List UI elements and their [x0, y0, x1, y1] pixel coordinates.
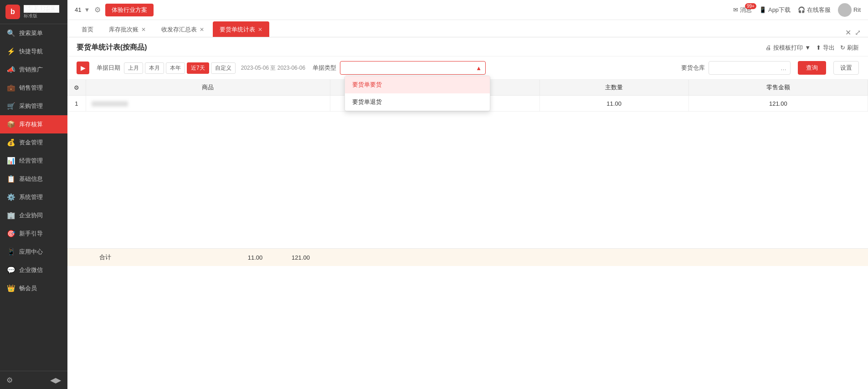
sidebar-member-label: 畅会员	[19, 284, 37, 292]
tab-expand-button[interactable]: ⤢	[855, 28, 861, 37]
sidebar-footer: ⚙ ◀▶	[0, 371, 67, 389]
store-number-label: 41	[75, 6, 81, 13]
online-service-label: 在线客服	[807, 6, 831, 14]
message-badge: 99+	[745, 3, 756, 9]
topbar-left: 41 ▼ ⚙ 体验行业方案	[75, 4, 154, 16]
tab-inventory-batch-close[interactable]: ✕	[141, 26, 146, 33]
export-icon: ⬆	[816, 44, 821, 51]
tabs-right-controls: ✕ ⤢	[845, 28, 861, 37]
tab-close-all-button[interactable]: ✕	[845, 28, 851, 37]
query-button[interactable]: 查询	[798, 61, 826, 75]
collapse-icon[interactable]: ◀▶	[50, 376, 61, 384]
dropdown-order-return-label: 要货单退货	[352, 98, 382, 105]
sidebar-basic-label: 基础信息	[19, 175, 43, 183]
filter-date-last-7-days[interactable]: 近7天	[187, 62, 209, 74]
sidebar-item-marketing[interactable]: 📣 营销推广	[0, 61, 67, 79]
settings-footer-icon[interactable]: ⚙	[6, 376, 13, 384]
tab-home[interactable]: 首页	[75, 21, 100, 37]
sidebar-system-label: 系统管理	[19, 193, 43, 201]
topbar-gear-icon[interactable]: ⚙	[94, 5, 101, 14]
sidebar-item-sales[interactable]: 💼 销售管理	[0, 79, 67, 97]
sidebar-item-quick-nav[interactable]: ⚡ 快捷导航	[0, 42, 67, 61]
dropdown-item-order-return[interactable]: 要货单退货	[345, 93, 490, 111]
topbar-store: 41 ▼	[75, 6, 90, 13]
filter-expand-button[interactable]: ▶	[77, 61, 89, 74]
print-chevron-icon: ▼	[805, 44, 811, 51]
member-icon: 👑	[6, 284, 15, 293]
sidebar-item-finance[interactable]: 💰 资金管理	[0, 133, 67, 152]
filter-date-group: 单据日期 上月 本月 本年 近7天 自定义 2023-05-06 至 2023-…	[97, 62, 305, 74]
dropdown-order-goods-label: 要货单要货	[352, 81, 382, 88]
tab-order-summary[interactable]: 要货单统计表 ✕	[213, 21, 269, 37]
filter-date-custom[interactable]: 自定义	[211, 62, 236, 74]
sidebar-item-system[interactable]: ⚙️ 系统管理	[0, 188, 67, 206]
sidebar-menu: 🔍 搜索菜单 ⚡ 快捷导航 📣 营销推广 💼 销售管理 🛒 采购管理 📦 库存核…	[0, 24, 67, 371]
filter-warehouse-select[interactable]: …	[709, 61, 791, 75]
dropdown-item-order-goods[interactable]: 要货单要货	[345, 76, 490, 93]
app-logo-icon: b	[5, 5, 20, 19]
filter-bar: ▶ 单据日期 上月 本月 本年 近7天 自定义 2023-05-06 至 202…	[67, 56, 868, 80]
search-icon: 🔍	[6, 29, 15, 38]
sidebar-item-inventory[interactable]: 📦 库存核算	[0, 115, 67, 133]
empty-space	[67, 112, 868, 248]
refresh-button[interactable]: ↻ 刷新	[840, 44, 859, 52]
tab-receivable-close[interactable]: ✕	[200, 26, 204, 33]
row-product	[86, 96, 330, 112]
total-amount: 121.00	[278, 254, 324, 261]
trial-industry-button[interactable]: 体验行业方案	[105, 4, 154, 16]
headset-icon: 🎧	[798, 6, 805, 13]
filter-warehouse-label: 要货仓库	[681, 64, 705, 72]
export-label: 导出	[823, 44, 835, 52]
filter-warehouse-more-icon: …	[781, 65, 786, 72]
sidebar-guide-label: 新手引导	[19, 230, 43, 238]
sidebar-sales-label: 销售管理	[19, 84, 43, 92]
appstore-icon: 📱	[6, 247, 15, 256]
enterprise-icon: 🏢	[6, 211, 15, 220]
col-header-settings[interactable]: ⚙	[67, 80, 86, 96]
sidebar-operations-label: 经营管理	[19, 157, 43, 165]
filter-date-this-year[interactable]: 本年	[166, 62, 185, 74]
sidebar-item-search[interactable]: 🔍 搜索菜单	[0, 24, 67, 42]
sidebar-item-operations[interactable]: 📊 经营管理	[0, 152, 67, 170]
filter-date-last-month[interactable]: 上月	[124, 62, 143, 74]
topbar-right: ✉ 消息 99+ 📱 App下载 🎧 在线客服 Rit	[733, 3, 861, 17]
sidebar-item-wechat[interactable]: 💬 企业微信	[0, 261, 67, 279]
sidebar-quick-nav-label: 快捷导航	[19, 47, 43, 56]
user-name: Rit	[853, 6, 861, 13]
page-container: 要货单统计表(按商品) 🖨 按模板打印 ▼ ⬆ 导出 ↻ 刷新	[67, 37, 868, 389]
filter-type-label: 单据类型	[313, 64, 336, 72]
tab-inventory-batch[interactable]: 库存批次账 ✕	[102, 21, 153, 37]
basic-icon: 📋	[6, 174, 15, 184]
app-logo-text: 畅捷通好生意 标准版	[24, 5, 59, 19]
sidebar-inventory-label: 库存核算	[19, 120, 43, 128]
sales-icon: 💼	[6, 83, 15, 92]
sidebar-item-member[interactable]: 👑 畅会员	[0, 279, 67, 297]
topbar-app-download[interactable]: 📱 App下载	[759, 6, 791, 14]
sidebar-item-basic[interactable]: 📋 基础信息	[0, 170, 67, 188]
purchase-icon: 🛒	[6, 102, 15, 111]
topbar-user[interactable]: Rit	[838, 3, 861, 17]
sidebar-enterprise-label: 企业协同	[19, 211, 43, 220]
filter-type-dropdown: 要货单要货 要货单退货	[344, 76, 490, 111]
sidebar-item-purchase[interactable]: 🛒 采购管理	[0, 97, 67, 115]
filter-settings-button[interactable]: 设置	[833, 61, 859, 75]
content-area: 要货单统计表(按商品) 🖨 按模板打印 ▼ ⬆ 导出 ↻ 刷新	[67, 37, 868, 389]
main-area: 41 ▼ ⚙ 体验行业方案 ✉ 消息 99+ 📱 App下载 🎧 在线客服 R	[67, 0, 868, 389]
topbar-messages[interactable]: ✉ 消息 99+	[733, 6, 752, 14]
store-dropdown-icon[interactable]: ▼	[84, 6, 90, 13]
sidebar-item-guide[interactable]: 🎯 新手引导	[0, 225, 67, 243]
row-qty: 11.00	[539, 96, 688, 112]
col-header-product: 商品	[86, 80, 330, 96]
filter-type-select[interactable]: ▲	[340, 61, 486, 75]
sidebar-item-enterprise[interactable]: 🏢 企业协同	[0, 206, 67, 225]
finance-icon: 💰	[6, 138, 15, 147]
sidebar-wechat-label: 企业微信	[19, 266, 43, 274]
print-template-button[interactable]: 🖨 按模板打印 ▼	[765, 44, 811, 52]
export-button[interactable]: ⬆ 导出	[816, 44, 835, 52]
topbar-online-service[interactable]: 🎧 在线客服	[798, 6, 831, 14]
sidebar-purchase-label: 采购管理	[19, 102, 43, 110]
tab-order-summary-close[interactable]: ✕	[258, 26, 262, 33]
tab-receivable-summary[interactable]: 收发存汇总表 ✕	[154, 21, 211, 37]
sidebar-item-appstore[interactable]: 📱 应用中心	[0, 243, 67, 261]
filter-date-this-month[interactable]: 本月	[145, 62, 164, 74]
